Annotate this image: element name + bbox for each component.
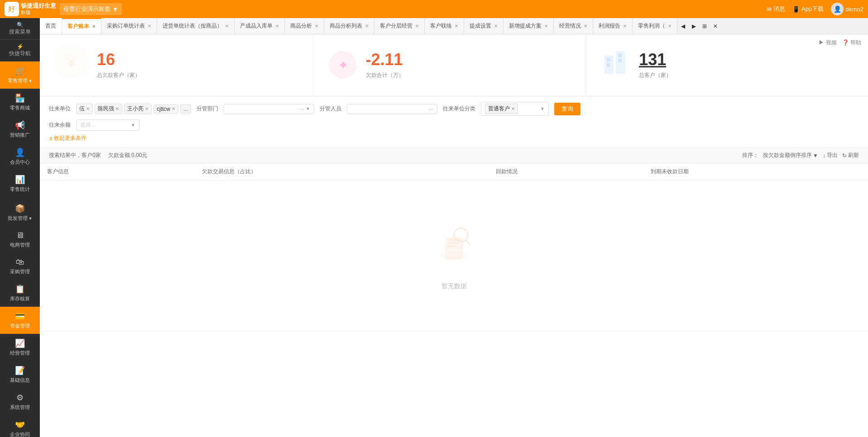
sidebar-item-ops-mgmt[interactable]: 📈 经营管理 — [0, 334, 40, 361]
unit-tag-1-remove[interactable]: ✕ — [115, 106, 119, 111]
purchase-order-tab-label: 采购订单统计表 — [107, 22, 145, 30]
production-inbound-tab-close[interactable]: ✕ — [275, 24, 279, 28]
marketing-icon: 📢 — [15, 120, 25, 130]
sidebar-item-member-center[interactable]: 👤 会员中心 — [0, 143, 40, 170]
main-area: 🔍 搜索菜单 ⚡ 快捷导航 🛒 零售管理 ▼ 🏪 零售商城 📢 营销推广 — [0, 18, 868, 437]
balance-dropdown[interactable]: 选择... ▼ — [76, 119, 139, 131]
query-button[interactable]: 查询 — [554, 103, 580, 115]
tab-inbound-stats[interactable]: 进货单统计表（按商品） ✕ — [157, 18, 235, 34]
retail-mgmt-label-container: 零售管理 ▼ — [8, 77, 33, 84]
stat-label-3: 总客户（家） — [639, 71, 671, 79]
ops-label: 经营管理 — [10, 350, 30, 356]
unit-filter-tags: 伍 ✕ 陈民强 ✕ 王小亮 ✕ — [76, 104, 191, 114]
retail-mgmt-expand-icon: ▼ — [29, 79, 33, 83]
app-download-button[interactable]: 📱 App下载 — [792, 5, 824, 13]
store-selector-chevron: ▼ — [112, 6, 118, 13]
tab-business-situation[interactable]: 经营情况 ✕ — [554, 18, 593, 34]
tab-product-analysis[interactable]: 商品分析 ✕ — [285, 18, 324, 34]
collapse-icon: ∧ — [49, 135, 53, 142]
unit-tag-3[interactable]: cjttcw ✕ — [153, 104, 178, 114]
home-tab-label: 首页 — [45, 22, 56, 30]
tab-customer-segment[interactable]: 客户分层经营 ✕ — [374, 18, 425, 34]
person-more-icon: ··· — [429, 106, 433, 112]
unit-filter-label: 往来单位 — [49, 105, 71, 113]
sidebar-item-inventory[interactable]: 📋 库存核算 — [0, 280, 40, 307]
store-selector[interactable]: 母婴行业演示账套 ▼ — [60, 3, 122, 15]
product-analysis-tab-close[interactable]: ✕ — [315, 24, 318, 28]
enterprise-label: 企业协同 — [10, 431, 30, 437]
sidebar-item-retail-mall[interactable]: 🏪 零售商城 — [0, 89, 40, 116]
user-menu[interactable]: 👤 demo2 — [831, 3, 863, 15]
customer-book-tab-close[interactable]: ✕ — [92, 24, 96, 29]
basic-info-label: 基础信息 — [10, 377, 30, 384]
sidebar-item-ecom-mgmt[interactable]: 🖥 电商管理 — [0, 226, 40, 253]
col-due-date: 到期未收款日期 — [643, 163, 868, 180]
content-area: 首页 客户账本 ✕ 采购订单统计表 ✕ 进货单统计表（按商品） ✕ 产成品入库单… — [40, 18, 868, 437]
purchase-order-tab-close[interactable]: ✕ — [148, 24, 151, 28]
tab-retail-profit[interactable]: 零售利润（ ✕ — [633, 18, 677, 34]
unit-tag-0-remove[interactable]: ✕ — [86, 106, 90, 111]
unit-tags-more[interactable]: ... — [180, 104, 191, 114]
avatar: 👤 — [831, 3, 844, 15]
person-dropdown[interactable]: ··· — [347, 104, 437, 114]
export-button[interactable]: ↓ 导出 — [823, 152, 838, 159]
unit-tag-3-remove[interactable]: ✕ — [172, 106, 175, 111]
unit-tag-0[interactable]: 伍 ✕ — [76, 104, 93, 114]
tab-nav-right[interactable]: ▶ — [688, 18, 699, 34]
tab-purchase-order[interactable]: 采购订单统计表 ✕ — [101, 18, 157, 34]
sidebar-search[interactable]: 🔍 搜索菜单 — [0, 18, 40, 40]
search-result-label: 搜索结果中，客户0家 — [49, 152, 101, 159]
sidebar-item-marketing[interactable]: 📢 营销推广 — [0, 116, 40, 143]
tab-nav-close-all[interactable]: ✕ — [710, 18, 721, 34]
business-situation-tab-close[interactable]: ✕ — [584, 24, 587, 28]
stat-block-3: 131 总客户（家） — [586, 34, 860, 96]
raise-settings-tab-close[interactable]: ✕ — [494, 24, 498, 28]
tab-production-inbound[interactable]: 产成品入库单 ✕ — [235, 18, 285, 34]
refresh-button[interactable]: ↻ 刷新 — [842, 152, 859, 159]
sidebar-item-sys-mgmt[interactable]: ⚙ 系统管理 — [0, 388, 40, 415]
sort-select[interactable]: 按欠款金额倒序排序 ▼ — [763, 152, 818, 159]
enterprise-icon: 🤝 — [15, 420, 25, 430]
customer-segment-tab-close[interactable]: ✕ — [415, 24, 419, 28]
tab-nav-expand[interactable]: ⊞ — [699, 18, 710, 34]
tab-customer-book[interactable]: 客户账本 ✕ — [62, 18, 101, 34]
unit-class-dropdown[interactable]: 普通客户 ✕ ▼ — [481, 102, 549, 116]
sidebar-item-retail-mgmt[interactable]: 🛒 零售管理 ▼ — [0, 62, 40, 89]
sidebar-item-retail-stats[interactable]: 📊 零售统计 — [0, 170, 40, 197]
dept-dropdown[interactable]: ··· ▼ — [224, 104, 314, 114]
svg-rect-14 — [447, 246, 456, 247]
unit-tag-2-remove[interactable]: ✕ — [145, 106, 149, 111]
unit-class-tag-0-remove[interactable]: ✕ — [511, 106, 515, 111]
tab-raise-settings[interactable]: 提成设置 ✕ — [464, 18, 504, 34]
tab-new-raise-plan[interactable]: 新增提成方案 ✕ — [504, 18, 554, 34]
sidebar-item-basic-info[interactable]: 📝 基础信息 — [0, 361, 40, 388]
new-raise-plan-tab-close[interactable]: ✕ — [544, 24, 548, 28]
message-button[interactable]: ✉ 消息 — [767, 5, 785, 13]
unit-class-tag-0[interactable]: 普通客户 ✕ — [485, 104, 518, 114]
tab-nav-left[interactable]: ◀ — [677, 18, 688, 34]
customer-contact-tab-close[interactable]: ✕ — [455, 24, 458, 28]
tab-profit-report[interactable]: 利润报告 ✕ — [593, 18, 633, 34]
profit-report-tab-close[interactable]: ✕ — [623, 24, 627, 28]
raise-settings-tab-label: 提成设置 — [470, 22, 491, 30]
sidebar-quick-nav[interactable]: ⚡ 快捷导航 — [0, 40, 40, 62]
purchase-icon: 🛍 — [16, 257, 24, 267]
product-analysis-list-tab-close[interactable]: ✕ — [365, 24, 369, 28]
tab-home[interactable]: 首页 — [40, 18, 62, 34]
sidebar-item-finance-mgmt[interactable]: 💳 资金管理 — [0, 307, 40, 334]
unit-tag-1[interactable]: 陈民强 ✕ — [95, 104, 122, 114]
sidebar-item-purchase-mgmt[interactable]: 🛍 采购管理 — [0, 253, 40, 280]
message-icon: ✉ — [767, 6, 772, 13]
tab-product-analysis-list[interactable]: 商品分析列表 ✕ — [324, 18, 374, 34]
sidebar-item-enterprise-collab[interactable]: 🤝 企业协同 — [0, 415, 40, 437]
retail-profit-tab-close[interactable]: ✕ — [668, 24, 671, 28]
sidebar: 🔍 搜索菜单 ⚡ 快捷导航 🛒 零售管理 ▼ 🏪 零售商城 📢 营销推广 — [0, 18, 40, 437]
sidebar-item-wholesale-mgmt[interactable]: 📦 批发管理 ▼ — [0, 199, 40, 226]
unit-tag-2[interactable]: 王小亮 ✕ — [124, 104, 152, 114]
tab-customer-contact[interactable]: 客户联络 ✕ — [425, 18, 464, 34]
inventory-label: 库存核算 — [10, 295, 30, 302]
collapse-button[interactable]: ∧ 收起更多条件 — [49, 134, 859, 142]
stat-block-1: ¥ 16 总欠款客户（家） — [40, 34, 313, 96]
stat-bg-icon-3 — [600, 49, 632, 81]
inbound-stats-tab-close[interactable]: ✕ — [225, 24, 229, 28]
